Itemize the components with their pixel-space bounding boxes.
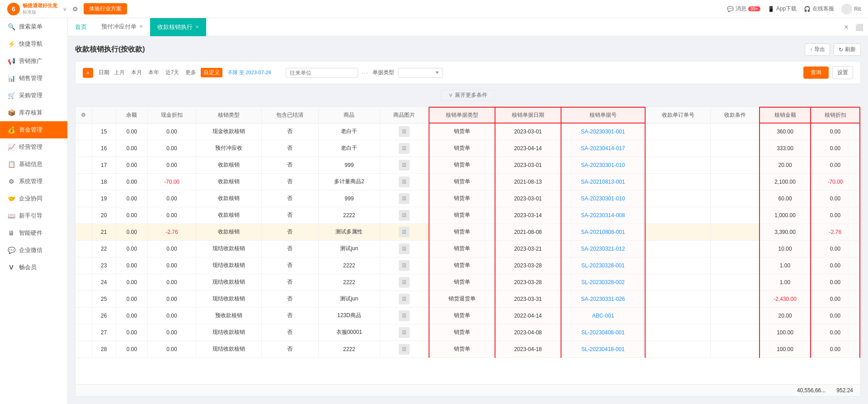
td-index: 22 (92, 240, 116, 257)
td-voucher-no[interactable]: ABC-001 (561, 307, 645, 324)
td-product: 衣服00001 (318, 324, 380, 341)
query-btn[interactable]: 查询 (803, 67, 829, 79)
td-voucher-no[interactable]: SA-20230301-010 (561, 157, 645, 173)
td-balance: 0.00 (116, 140, 147, 157)
content-area: 首页 预付冲应付单 ✕ 收款核销执行 ✕ ✕ ⬜ 收款核销执行(按收款) ↑ (68, 18, 868, 404)
td-voucher-no[interactable]: SA-20210808-001 (561, 223, 645, 240)
td-write-off-discount: 0.00 (811, 257, 860, 274)
td-voucher-no[interactable]: SL-20230418-001 (561, 341, 645, 357)
online-service-item[interactable]: 🎧 在线客服 (804, 5, 834, 13)
filter-custom[interactable]: 自定义 (201, 68, 222, 77)
td-voucher-no[interactable]: SL-20230328-001 (561, 257, 645, 274)
td-collection-condition (711, 324, 760, 341)
td-collection-order-no (645, 324, 711, 341)
sidebar-item-guide[interactable]: 📖 新手引导 (0, 207, 67, 224)
sidebar-item-finance[interactable]: 💰 资金管理 (0, 121, 67, 138)
filter-right: 查询 设置 (803, 66, 853, 79)
td-balance: 0.00 (116, 240, 147, 257)
page-content: 收款核销执行(按收款) ↑ 导出 ↻ 刷新 » 日期 (68, 36, 868, 404)
page-actions: ↑ 导出 ↻ 刷新 (805, 43, 861, 56)
filter-more[interactable]: 更多 (184, 68, 198, 77)
tab-close-writeoff[interactable]: ✕ (195, 24, 199, 29)
td-write-off-discount: 0.00 (811, 140, 860, 157)
td-voucher-no[interactable]: SA-20230301-010 (561, 190, 645, 207)
td-product-image: 🖼 (380, 307, 429, 324)
td-voucher-date: 2023-03-01 (495, 123, 561, 140)
sidebar-label: 营销推广 (19, 57, 42, 65)
page-header: 收款核销执行(按收款) ↑ 导出 ↻ 刷新 (75, 43, 861, 56)
td-voucher-no[interactable]: SA-20210813-001 (561, 173, 645, 190)
tab-prepay[interactable]: 预付冲应付单 ✕ (94, 18, 150, 36)
table-wrap[interactable]: ⚙ 余额 现金折扣 核销类型 包含已结清 商品 商品图片 核销单据类型 核销单据… (75, 107, 860, 384)
td-voucher-date: 2023-03-28 (495, 257, 561, 274)
sidebar-item-marketing[interactable]: 📢 营销推广 (0, 52, 67, 70)
voucher-type-select[interactable] (398, 68, 443, 78)
sidebar-item-operations[interactable]: 📈 经营管理 (0, 138, 67, 156)
partner-input[interactable] (286, 68, 358, 78)
industry-btn[interactable]: 体验行业方案 (84, 3, 127, 14)
td-voucher-no[interactable]: SA-20230301-001 (561, 123, 645, 140)
tab-expand-btn[interactable]: ⬜ (854, 22, 864, 33)
dropdown-chevron[interactable]: ∨ (63, 6, 67, 12)
td-voucher-type: 销货单 (429, 223, 495, 240)
td-product-image: 🖼 (380, 207, 429, 223)
sidebar-item-purchase[interactable]: 🛒 采购管理 (0, 87, 67, 104)
td-write-off-type: 收款核销 (196, 157, 262, 173)
sidebar-item-wechat[interactable]: 💬 企业微信 (0, 242, 67, 259)
td-voucher-type: 销货单 (429, 157, 495, 173)
td-voucher-no[interactable]: SA-20230321-012 (561, 240, 645, 257)
td-voucher-date: 2023-03-14 (495, 207, 561, 223)
tab-close-prepay[interactable]: ✕ (139, 24, 143, 29)
td-settings (75, 173, 92, 190)
sidebar-item-collab[interactable]: 🤝 企业协同 (0, 190, 67, 207)
app-download-item[interactable]: 📱 App下载 (768, 5, 797, 13)
td-voucher-no[interactable]: SA-20230314-008 (561, 207, 645, 223)
td-index: 17 (92, 157, 116, 173)
th-collection-condition: 收款条件 (711, 107, 760, 123)
gear-icon[interactable]: ⚙ (72, 5, 78, 13)
td-write-off-amount: 10.00 (760, 240, 811, 257)
product-image-placeholder: 🖼 (399, 143, 410, 154)
tab-home[interactable]: 首页 (68, 18, 94, 36)
expand-more-btn[interactable]: ∨ 展开更多条件 (441, 90, 495, 101)
sidebar-item-member[interactable]: V 畅会员 (0, 259, 67, 276)
sidebar-item-base-info[interactable]: 📋 基础信息 (0, 156, 67, 173)
td-product-image: 🖼 (380, 324, 429, 341)
tab-writeoff[interactable]: 收款核销执行 ✕ (150, 18, 206, 36)
filter-this-month[interactable]: 本月 (129, 68, 144, 77)
filter-expand-arrow[interactable]: » (83, 68, 93, 78)
th-settings[interactable]: ⚙ (75, 107, 92, 123)
sidebar-item-hardware[interactable]: 🖥 智能硬件 (0, 224, 67, 242)
td-voucher-date: 2023-03-21 (495, 240, 561, 257)
td-voucher-date: 2023-03-31 (495, 290, 561, 307)
td-product-image: 🖼 (380, 290, 429, 307)
td-voucher-no[interactable]: SA-20230331-026 (561, 290, 645, 307)
notification-item[interactable]: 💬 消息 99+ (727, 5, 760, 13)
filter-dots[interactable]: ··· (362, 70, 369, 76)
marketing-icon: 📢 (7, 57, 15, 65)
td-balance: 0.00 (116, 223, 147, 240)
refresh-btn[interactable]: ↻ 刷新 (834, 43, 861, 56)
filter-this-year[interactable]: 本年 (146, 68, 161, 77)
td-voucher-no[interactable]: SL-20230328-002 (561, 274, 645, 290)
tab-close-btn[interactable]: ✕ (841, 22, 852, 33)
td-index: 18 (92, 173, 116, 190)
filter-7days[interactable]: 近7天 (164, 68, 181, 77)
sidebar-item-system[interactable]: ⚙ 系统管理 (0, 173, 67, 190)
filter-settings-btn[interactable]: 设置 (832, 66, 853, 79)
filter-last-month[interactable]: 上月 (112, 68, 127, 77)
product-image-placeholder: 🖼 (399, 126, 410, 137)
user-profile[interactable]: Rit (841, 4, 861, 14)
sidebar-item-shortcut[interactable]: ⚡ 快捷导航 (0, 35, 67, 52)
td-index: 21 (92, 223, 116, 240)
td-voucher-no[interactable]: SA-20230414-017 (561, 140, 645, 157)
td-voucher-no[interactable]: SL-20230408-001 (561, 324, 645, 341)
top-bar-left: 6 畅捷通谱好生意 标准版 ∨ ⚙ 体验行业方案 (7, 2, 127, 15)
sidebar-item-search[interactable]: 🔍 搜索菜单 (0, 18, 67, 35)
sidebar-item-inventory[interactable]: 📦 库存核算 (0, 104, 67, 121)
td-product: 2222 (318, 341, 380, 357)
sidebar-item-sales[interactable]: 📊 销售管理 (0, 70, 67, 87)
td-product: 老白干 (318, 140, 380, 157)
export-btn[interactable]: ↑ 导出 (805, 43, 830, 56)
sidebar-label: 经营管理 (19, 143, 42, 151)
